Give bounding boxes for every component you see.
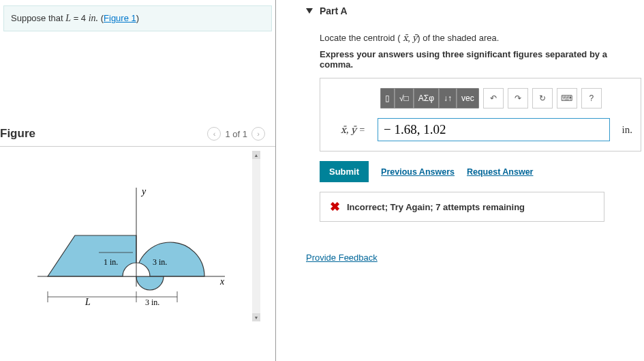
redo-button[interactable]: ↷ [508,88,528,109]
problem-prefix: Suppose that [11,13,65,23]
figure-link[interactable]: Figure 1 [104,13,136,23]
dim-L: L [85,297,91,307]
template-button[interactable]: ▯ [380,88,395,109]
prompt-locate: Locate the centroid ( x̄, ȳ) of the shad… [320,33,640,44]
feedback-text: Incorrect; Try Again; 7 attempts remaini… [347,202,525,212]
axis-y-label: y [140,186,147,197]
answer-box: ▯ √□ ΑΣφ ↓↑ vec ↶ ↷ ↻ ⌨ ? x̄, ȳ = [320,78,641,151]
submit-button[interactable]: Submit [320,161,369,182]
figure-next-button[interactable]: › [251,127,265,141]
dim-1in: 1 in. [104,257,118,267]
prompt-express: Express your answers using three signifi… [320,49,640,70]
arrows-button[interactable]: ↓↑ [439,88,457,109]
dim-3in-a: 3 in. [153,257,167,267]
incorrect-icon: ✖ [330,199,340,214]
dim-3in-b: 3 in. [145,298,159,307]
problem-equals: = 4 [71,13,89,23]
figure-nav-text: 1 of 1 [225,129,247,139]
provide-feedback-link[interactable]: Provide Feedback [306,252,378,263]
problem-statement: Suppose that L = 4 in. (Figure 1) [3,5,272,31]
figure-title: Figure [0,127,35,141]
answer-unit: in. [610,124,632,136]
input-label: x̄, ȳ = [328,124,378,136]
axis-x-label: x [219,276,225,287]
feedback-box: ✖ Incorrect; Try Again; 7 attempts remai… [320,192,604,222]
figure-nav: ‹ 1 of 1 › [207,127,265,141]
part-header[interactable]: Part A [286,0,640,19]
equation-toolbar: ▯ √□ ΑΣφ ↓↑ vec ↶ ↷ ↻ ⌨ ? [380,88,632,109]
collapse-icon [306,8,313,14]
part-title: Part A [320,5,348,16]
fraction-button[interactable]: √□ [395,88,414,109]
problem-unit: in. [89,13,98,23]
figure-prev-button[interactable]: ‹ [207,127,221,141]
answer-input[interactable] [378,118,610,141]
scroll-down-button[interactable]: ▼ [252,313,260,321]
request-answer-link[interactable]: Request Answer [467,167,533,177]
vec-button[interactable]: vec [457,88,479,109]
figure-canvas: y x 1 in. 3 in. L 3 in. [27,174,232,331]
undo-button[interactable]: ↶ [483,88,504,109]
keyboard-button[interactable]: ⌨ [557,88,577,109]
reset-button[interactable]: ↻ [532,88,553,109]
help-button[interactable]: ? [581,88,602,109]
scroll-up-button[interactable]: ▲ [252,151,260,159]
previous-answers-link[interactable]: Previous Answers [381,167,455,177]
problem-var: L [65,13,71,23]
figure-scrollbar[interactable]: ▲ ▼ [252,151,260,321]
panel-divider [275,0,276,361]
greek-button[interactable]: ΑΣφ [414,88,439,109]
